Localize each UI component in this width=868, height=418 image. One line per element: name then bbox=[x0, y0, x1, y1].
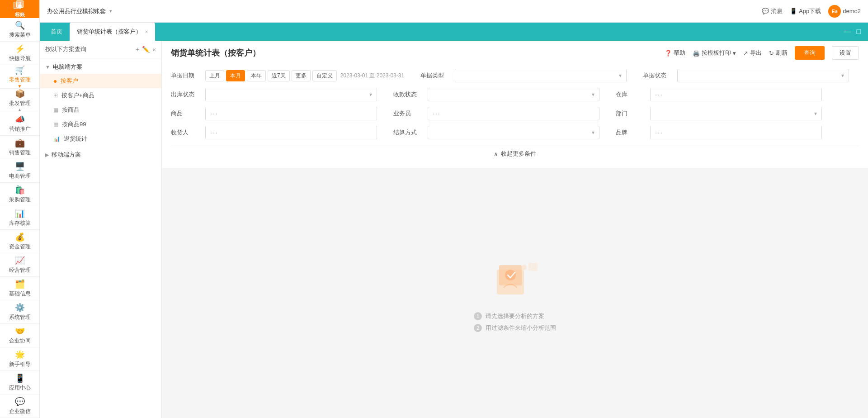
maximize-icon[interactable]: □ bbox=[856, 28, 861, 36]
collapse-row[interactable]: ∧ 收起更多条件 bbox=[171, 145, 859, 162]
sidebar-item-retail[interactable]: 🛒 零售管理 ▼ bbox=[0, 65, 39, 89]
tab-close-icon[interactable]: × bbox=[145, 29, 148, 34]
sidebar-item-guide[interactable]: 🌟 新手引导 bbox=[0, 347, 39, 371]
salesperson-select[interactable]: ··· bbox=[428, 107, 599, 120]
settings-button[interactable]: 设置 bbox=[832, 46, 859, 60]
scheme-desktop-label[interactable]: ▼ 电脑端方案 bbox=[40, 60, 161, 74]
app-logo: 标账 bbox=[0, 0, 39, 18]
tab-home[interactable]: 首页 bbox=[43, 23, 70, 41]
query-button[interactable]: 查询 bbox=[795, 46, 825, 60]
tab-active[interactable]: 销货单统计表（按客户） × bbox=[70, 23, 155, 41]
retail-arrow: ▼ bbox=[18, 84, 22, 89]
type-select[interactable]: ▾ bbox=[455, 69, 627, 82]
date-btn-custom[interactable]: 自定义 bbox=[312, 70, 337, 81]
sidebar-item-sales[interactable]: 💼 销售管理 bbox=[0, 136, 39, 159]
dept-select[interactable]: ▾ bbox=[650, 107, 822, 120]
base-icon: 🗂️ bbox=[15, 279, 25, 289]
sidebar-item-inventory[interactable]: 📊 库存核算 bbox=[0, 206, 39, 230]
scheme-mobile-group[interactable]: ▶ 移动端方案 bbox=[40, 148, 161, 162]
date-btn-last-month[interactable]: 上月 bbox=[205, 70, 224, 81]
warehouse-select[interactable]: ··· bbox=[650, 88, 822, 101]
date-btn-7days[interactable]: 近7天 bbox=[268, 70, 290, 81]
receiver-dots: ··· bbox=[210, 129, 218, 136]
receipt-status-select[interactable]: ▾ bbox=[428, 88, 599, 101]
scheme-item-by-customer[interactable]: ● 按客户 bbox=[40, 74, 161, 88]
return-stats-icon: 📊 bbox=[53, 136, 60, 142]
print-dropdown-arrow[interactable]: ▾ bbox=[733, 50, 736, 57]
out-status-select[interactable]: ▾ bbox=[205, 88, 377, 101]
sidebar-item-search[interactable]: 🔍 搜索菜单 bbox=[0, 18, 39, 42]
retail-icon: 🛒 bbox=[15, 65, 25, 75]
page-title: 销货单统计表（按客户） bbox=[171, 48, 260, 58]
sidebar-item-wechat-label: 企业微信 bbox=[9, 408, 31, 415]
sidebar-item-operations[interactable]: 📈 经营管理 bbox=[0, 253, 39, 277]
brand-select[interactable]: ··· bbox=[650, 126, 822, 139]
sidebar-item-wholesale[interactable]: 📦 批发管理 ▲ bbox=[0, 89, 39, 112]
empty-illustration bbox=[488, 256, 542, 301]
header-right: 💬 消息 📱 App下载 Ea demo2 bbox=[762, 5, 861, 18]
message-btn[interactable]: 💬 消息 bbox=[762, 7, 783, 15]
help-btn[interactable]: ❓ 帮助 bbox=[665, 49, 685, 57]
industry-dropdown-arrow[interactable]: ▾ bbox=[109, 8, 112, 14]
sidebar-item-quicknav[interactable]: ⚡ 快捷导航 bbox=[0, 42, 39, 65]
app-download-label: App下载 bbox=[799, 7, 821, 15]
hint-2: 2 用过滤条件来缩小分析范围 bbox=[474, 322, 556, 334]
sidebar-item-purchase[interactable]: 🛍️ 采购管理 bbox=[0, 183, 39, 206]
scheme-desktop-group: ▼ 电脑端方案 ● 按客户 ⊞ 按客户+商品 ▦ 按商品 ▦ 按商品99 bbox=[40, 58, 161, 148]
hint-1: 1 请先选择要分析的方案 bbox=[474, 310, 556, 322]
scheme-item-return-stats[interactable]: 📊 退货统计 bbox=[40, 132, 161, 146]
scheme-add-icon[interactable]: + bbox=[136, 46, 139, 53]
print-label: 按模板打印 bbox=[702, 49, 731, 57]
goods-icon: ▦ bbox=[53, 107, 58, 113]
scheme-edit-icon[interactable]: ✏️ bbox=[142, 46, 150, 53]
goods-select[interactable]: ··· bbox=[205, 107, 377, 120]
filter-row-2: 出库状态 ▾ 收款状态 ▾ 仓库 ··· bbox=[171, 88, 859, 101]
sidebar-item-purchase-label: 采购管理 bbox=[9, 196, 31, 204]
status-select[interactable]: ▾ bbox=[677, 69, 849, 82]
purchase-icon: 🛍️ bbox=[15, 185, 25, 195]
date-btn-this-year[interactable]: 本年 bbox=[247, 70, 266, 81]
sidebar-item-guide-label: 新手引导 bbox=[9, 361, 31, 368]
industry-title: 办公用品行业模拟账套 bbox=[47, 7, 106, 15]
user-profile[interactable]: Ea demo2 bbox=[828, 5, 861, 18]
receiver-select[interactable]: ··· bbox=[205, 126, 377, 139]
sidebar-item-finance[interactable]: 💰 资金管理 bbox=[0, 230, 39, 253]
status-label: 单据状态 bbox=[643, 71, 670, 80]
date-btn-more[interactable]: 更多 bbox=[292, 70, 311, 81]
goods-label: 商品 bbox=[171, 109, 198, 118]
scheme-header-icons: + ✏️ « bbox=[136, 46, 156, 53]
refresh-btn[interactable]: ↻ 刷新 bbox=[769, 49, 788, 57]
filter-row-4: 收货人 ··· 结算方式 ▾ 品牌 ··· bbox=[171, 126, 859, 139]
receipt-status-arrow: ▾ bbox=[592, 91, 594, 98]
sidebar-item-enterprise[interactable]: 🤝 企业协同 bbox=[0, 324, 39, 347]
filter-row-1: 单据日期 上月 本月 本年 近7天 更多 自定义 2023-03-01 至 20… bbox=[171, 69, 859, 82]
sidebar-item-ecommerce[interactable]: 🖥️ 电商管理 bbox=[0, 159, 39, 183]
sidebar-item-apps[interactable]: 📱 应用中心 bbox=[0, 371, 39, 394]
ecommerce-icon: 🖥️ bbox=[15, 162, 25, 171]
sidebar-item-finance-label: 资金管理 bbox=[9, 243, 31, 251]
date-range-display: 2023-03-01 至 2023-03-31 bbox=[340, 72, 404, 80]
print-btn[interactable]: 🖨️ 按模板打印 ▾ bbox=[693, 49, 736, 57]
scheme-item-by-customer-goods[interactable]: ⊞ 按客户+商品 bbox=[40, 88, 161, 103]
scheme-item-by-goods[interactable]: ▦ 按商品 bbox=[40, 103, 161, 117]
sidebar-item-ecommerce-label: 电商管理 bbox=[9, 172, 31, 180]
scheme-collapse-icon[interactable]: « bbox=[152, 46, 156, 53]
scheme-item-by-goods-99[interactable]: ▦ 按商品99 bbox=[40, 117, 161, 132]
sidebar-item-wechat[interactable]: 💬 企业微信 bbox=[0, 394, 39, 418]
date-btn-this-month[interactable]: 本月 bbox=[226, 70, 245, 81]
sales-icon: 💼 bbox=[15, 138, 25, 148]
sidebar-item-marketing[interactable]: 📣 营销推广 bbox=[0, 112, 39, 136]
wholesale-icon: 📦 bbox=[15, 89, 25, 99]
sidebar-item-base[interactable]: 🗂️ 基础信息 bbox=[0, 277, 39, 300]
system-icon: ⚙️ bbox=[15, 303, 25, 313]
hint-num-1: 1 bbox=[474, 312, 482, 320]
logo-text: 标账 bbox=[15, 11, 25, 18]
type-dropdown-arrow: ▾ bbox=[619, 72, 622, 79]
settle-select[interactable]: ▾ bbox=[428, 126, 599, 139]
sidebar-item-system[interactable]: ⚙️ 系统管理 bbox=[0, 300, 39, 324]
app-download-btn[interactable]: 📱 App下载 bbox=[790, 7, 821, 15]
minimize-icon[interactable]: — bbox=[844, 28, 851, 36]
export-btn[interactable]: ↗ 导出 bbox=[743, 49, 762, 57]
inventory-icon: 📊 bbox=[15, 209, 25, 218]
type-label: 单据类型 bbox=[420, 71, 448, 80]
